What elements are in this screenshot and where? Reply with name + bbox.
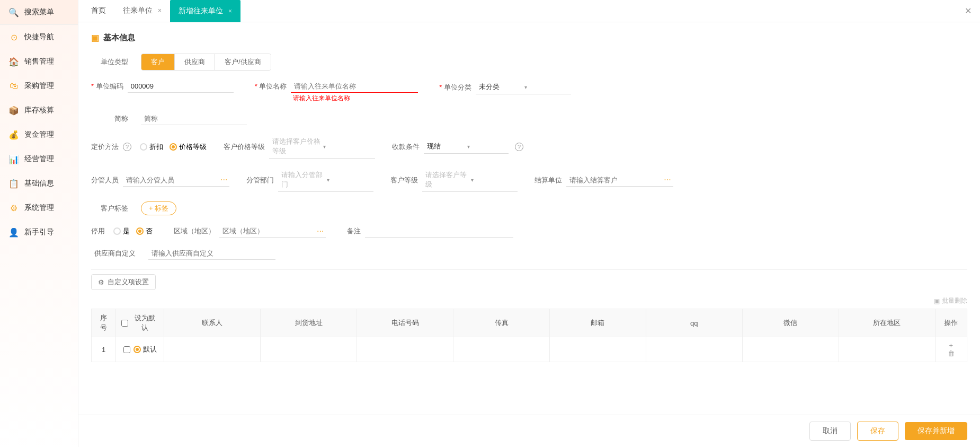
cell-no: 1 [92,337,116,362]
save-new-button[interactable]: 保存并新增 [905,422,967,440]
region-label: 区域（地区） [174,226,215,236]
department-select[interactable]: 请输入分管部门 ▾ [278,168,373,192]
region-group: 区域（地区） ··· [174,225,326,238]
chevron-down-icon3: ▾ [467,144,505,150]
cell-default: 默认 [116,337,164,362]
settlement-unit-label: 结算单位 [534,176,562,185]
pricing-radio-group: 折扣 价格等级 [140,142,207,152]
payment-terms-select[interactable]: 现结 ▾ [424,139,509,154]
sidebar-item-search[interactable]: 🔍 搜索菜单 [0,0,78,25]
cell-fax[interactable] [453,337,550,362]
row-region-input[interactable] [844,346,930,354]
email-input[interactable] [555,346,640,354]
cell-wechat[interactable] [742,337,839,362]
unit-name-label: 单位名称 [255,82,287,91]
delete-row-btn[interactable]: 🗑 [948,349,955,357]
address-input[interactable] [266,346,351,354]
pricing-method-group: 定价方法 ? 折扣 价格等级 [91,142,207,152]
sidebar-item-quicknav[interactable]: ⊙ 快捷导航 [0,25,78,49]
contact-input[interactable] [170,346,255,354]
default-radio-item[interactable]: 默认 [133,345,157,354]
pricing-label: 定价方法 [91,142,119,152]
settlement-more-icon[interactable]: ··· [662,175,673,185]
unit-type-label: 单位类型 [91,57,128,67]
sidebar-item-operations[interactable]: 📊 经营管理 [0,147,78,171]
unit-type-group: 客户 供应商 客户/供应商 [141,54,271,71]
sidebar-item-label: 销售管理 [24,57,54,66]
sidebar-item-finance[interactable]: 💰 资金管理 [0,122,78,147]
no-radio[interactable] [136,227,144,235]
payment-terms-help-icon[interactable]: ? [515,143,523,151]
remarks-input[interactable] [365,225,513,238]
abbreviation-input[interactable] [141,112,247,125]
home-icon: ⊙ [8,32,19,42]
sidebar-item-label: 搜索菜单 [24,7,54,17]
customer-price-level-select[interactable]: 请选择客户价格等级 ▾ [269,135,375,159]
col-contact: 联系人 [164,309,261,337]
region-more-icon[interactable]: ··· [315,226,326,236]
add-tag-button[interactable]: + 标签 [141,201,176,215]
row-checkbox[interactable] [123,346,130,353]
pricing-level[interactable]: 价格等级 [170,142,207,152]
sidebar-item-purchase[interactable]: 🛍 采购管理 [0,74,78,98]
level-radio[interactable] [170,143,177,151]
disabled-no[interactable]: 否 [136,226,153,236]
wechat-input[interactable] [748,346,833,354]
custom-settings-button[interactable]: ⚙ 自定义项设置 [91,274,156,290]
unit-category-select[interactable]: 未分类 ▾ [476,80,571,94]
settlement-unit-input[interactable] [566,174,662,186]
sidebar-item-inventory[interactable]: 📦 库存核算 [0,98,78,122]
unit-code-input[interactable] [128,80,234,93]
cell-qq[interactable] [646,337,742,362]
manager-group: 分管人员 ··· [91,174,229,187]
basic-icon: 📋 [8,178,19,189]
cell-contact[interactable] [164,337,261,362]
cell-phone[interactable] [357,337,453,362]
col-region: 所在地区 [839,309,935,337]
cell-region[interactable] [839,337,935,362]
disabled-yes[interactable]: 是 [113,226,130,236]
tab-partners[interactable]: 往来单位 × [114,0,170,22]
pricing-help-icon[interactable]: ? [123,143,131,151]
qq-input[interactable] [652,346,737,354]
cell-email[interactable] [549,337,646,362]
phone-input[interactable] [362,346,448,354]
batch-delete-label[interactable]: 批量删除 [942,296,967,305]
unit-category-value: 未分类 [479,82,522,92]
manager-input[interactable] [123,174,218,186]
manager-more-icon[interactable]: ··· [218,175,229,185]
cancel-button[interactable]: 取消 [809,422,851,441]
sidebar-item-basic[interactable]: 📋 基础信息 [0,171,78,196]
tab-new-partner[interactable]: 新增往来单位 × [170,0,240,22]
select-all-checkbox[interactable] [121,320,128,327]
fax-input[interactable] [459,346,544,354]
tab-new-partner-label: 新增往来单位 [179,6,223,16]
payment-terms-group: 收款条件 现结 ▾ ? [392,139,523,154]
close-window-btn[interactable]: ✕ [960,6,976,15]
type-btn-supplier[interactable]: 供应商 [175,54,215,70]
sidebar-item-guide[interactable]: 👤 新手引导 [0,220,78,244]
no-label: 否 [146,226,153,236]
save-button[interactable]: 保存 [857,422,898,441]
sidebar-item-system[interactable]: ⚙ 系统管理 [0,196,78,220]
col-wechat: 微信 [742,309,839,337]
pricing-discount[interactable]: 折扣 [140,142,163,152]
tab-home[interactable]: 首页 [83,0,114,22]
supplier-custom-input[interactable] [148,247,275,260]
cell-address[interactable] [261,337,357,362]
type-btn-customer[interactable]: 客户 [141,54,175,70]
tab-new-partner-close[interactable]: × [228,7,232,15]
discount-radio[interactable] [140,143,147,151]
default-radio[interactable] [133,346,141,353]
sidebar-item-label: 库存核算 [24,106,54,115]
region-input[interactable] [219,225,315,237]
type-btn-both[interactable]: 客户/供应商 [215,54,271,70]
sidebar-item-sales[interactable]: 🏠 销售管理 [0,49,78,74]
tab-partners-close[interactable]: × [158,7,162,14]
customer-level-select[interactable]: 请选择客户等级 ▾ [422,168,518,192]
yes-radio[interactable] [113,227,121,235]
main-content: 首页 往来单位 × 新增往来单位 × ✕ ▣ 基本信息 单位类型 客户 供应商 … [78,0,980,447]
unit-name-input[interactable] [291,80,418,93]
customer-level-placeholder: 请选择客户等级 [425,170,469,189]
add-row-btn[interactable]: + [949,341,954,349]
